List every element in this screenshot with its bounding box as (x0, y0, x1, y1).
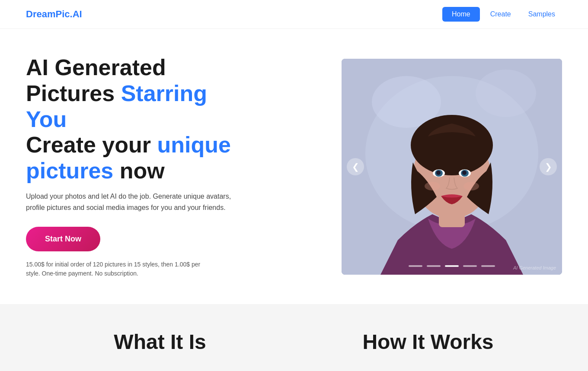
dot-1[interactable] (409, 265, 422, 267)
carousel-prev-button[interactable]: ❮ (347, 158, 364, 175)
pricing-note: 15.00$ for initial order of 120 pictures… (26, 260, 208, 278)
bottom-section: What It Is How It Works (0, 304, 588, 371)
svg-point-3 (476, 70, 536, 117)
hero-subtitle: Upload your photos and let AI do the job… (26, 191, 233, 213)
start-now-button[interactable]: Start Now (26, 227, 100, 251)
carousel-next-button[interactable]: ❯ (540, 158, 557, 175)
navbar: DreamPic.AI Home Create Samples (0, 0, 588, 29)
dot-4[interactable] (463, 265, 477, 267)
dot-2[interactable] (427, 265, 441, 267)
title-pictures: pictures (26, 158, 113, 183)
nav-samples-button[interactable]: Samples (521, 7, 562, 22)
how-it-works-col: How It Works (307, 330, 549, 354)
title-starring: Starring (121, 81, 207, 106)
hero-right: ❮ ❯ AI Generated Image (342, 59, 562, 275)
svg-point-12 (436, 171, 441, 175)
title-line2-plain: Pictures (26, 81, 121, 106)
how-it-works-heading: How It Works (307, 330, 549, 354)
dot-5[interactable] (481, 265, 495, 267)
dot-3[interactable] (445, 265, 459, 267)
portrait-svg (342, 59, 562, 275)
what-it-is-heading: What It Is (39, 330, 281, 354)
title-create: Create your (26, 132, 157, 157)
nav-links: Home Create Samples (442, 7, 562, 22)
title-unique: unique (157, 132, 230, 157)
carousel: ❮ ❯ AI Generated Image (342, 59, 562, 275)
logo-highlight: Pic (55, 9, 70, 19)
title-now: now (113, 158, 164, 183)
carousel-dots (409, 265, 495, 267)
carousel-image (342, 59, 562, 275)
logo-suffix: .AI (70, 9, 82, 19)
title-you: You (26, 107, 67, 132)
nav-home-button[interactable]: Home (442, 7, 480, 22)
nav-create-button[interactable]: Create (483, 7, 518, 22)
title-line1: AI Generated (26, 55, 166, 80)
hero-section: AI Generated Pictures Starring You Creat… (0, 29, 588, 304)
hero-left: AI Generated Pictures Starring You Creat… (26, 55, 268, 278)
svg-point-14 (425, 182, 440, 190)
chevron-left-icon: ❮ (352, 162, 359, 172)
logo-prefix: Dream (26, 9, 55, 19)
svg-point-13 (462, 171, 467, 175)
chevron-right-icon: ❯ (545, 162, 552, 172)
svg-point-15 (463, 182, 479, 190)
hero-title: AI Generated Pictures Starring You Creat… (26, 55, 268, 184)
what-it-is-col: What It Is (39, 330, 281, 354)
logo: DreamPic.AI (26, 9, 82, 20)
carousel-watermark: AI Generated Image (513, 265, 556, 270)
